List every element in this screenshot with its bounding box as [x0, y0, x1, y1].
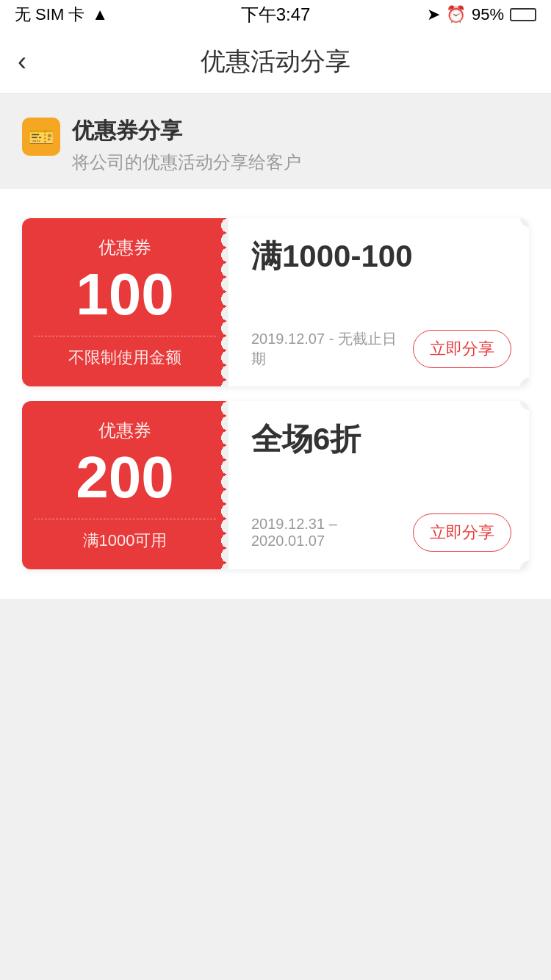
- coupon-condition-2: 满1000可用: [83, 530, 168, 552]
- status-right: ➤ ⏰ 95%: [427, 5, 536, 24]
- coupon-type-1: 优惠券: [98, 236, 151, 259]
- coupon-condition-1: 不限制使用金额: [68, 347, 181, 369]
- coupon-amount-1: 100: [76, 265, 173, 324]
- section-text: 优惠券分享 将公司的优惠活动分享给客户: [72, 116, 301, 174]
- coupons-container: 优惠券 100 不限制使用金额 满1000-100 2019.12.07 - 无…: [0, 189, 551, 599]
- coupon-date-2: 2019.12.31 – 2020.01.07: [251, 516, 404, 550]
- coupon-icon-emoji: 🎫: [29, 125, 54, 149]
- status-left: 无 SIM 卡 ▲: [15, 4, 108, 26]
- section-title: 优惠券分享: [72, 116, 301, 146]
- coupon-left-2: 优惠券 200 满1000可用: [22, 401, 228, 569]
- carrier-text: 无 SIM 卡: [15, 4, 84, 26]
- coupon-card-2: 优惠券 200 满1000可用 全场6折 2019.12.31 – 2020.0…: [22, 401, 529, 569]
- share-button-1[interactable]: 立即分享: [413, 330, 511, 368]
- wifi-icon: ▲: [92, 5, 108, 24]
- coupon-title-2: 全场6折: [251, 419, 511, 460]
- section-header: 🎫 优惠券分享 将公司的优惠活动分享给客户: [0, 94, 551, 189]
- coupon-right-2: 全场6折 2019.12.31 – 2020.01.07 立即分享: [228, 401, 529, 569]
- bottom-area: [0, 599, 551, 966]
- coupon-card-1: 优惠券 100 不限制使用金额 满1000-100 2019.12.07 - 无…: [22, 218, 529, 386]
- coupon-title-1: 满1000-100: [251, 236, 511, 277]
- coupon-date-1: 2019.12.07 - 无截止日期: [251, 329, 404, 369]
- status-bar: 无 SIM 卡 ▲ 下午3:47 ➤ ⏰ 95%: [0, 0, 551, 29]
- page-title: 优惠活动分享: [201, 45, 350, 79]
- coupon-left-1: 优惠券 100 不限制使用金额: [22, 218, 228, 386]
- back-button[interactable]: ‹: [18, 46, 26, 77]
- coupon-meta-2: 2019.12.31 – 2020.01.07 立即分享: [251, 514, 511, 552]
- section-icon: 🎫: [22, 118, 60, 156]
- coupon-meta-1: 2019.12.07 - 无截止日期 立即分享: [251, 329, 511, 369]
- section-subtitle: 将公司的优惠活动分享给客户: [72, 151, 301, 174]
- nav-bar: ‹ 优惠活动分享: [0, 29, 551, 94]
- battery-icon: [510, 8, 536, 21]
- coupon-amount-2: 200: [76, 448, 173, 507]
- coupon-right-1: 满1000-100 2019.12.07 - 无截止日期 立即分享: [228, 218, 529, 386]
- share-button-2[interactable]: 立即分享: [413, 514, 511, 552]
- status-time: 下午3:47: [241, 3, 311, 26]
- coupon-type-2: 优惠券: [98, 419, 151, 442]
- battery-percent: 95%: [472, 5, 504, 24]
- location-icon: ➤: [427, 5, 440, 24]
- alarm-icon: ⏰: [446, 5, 466, 24]
